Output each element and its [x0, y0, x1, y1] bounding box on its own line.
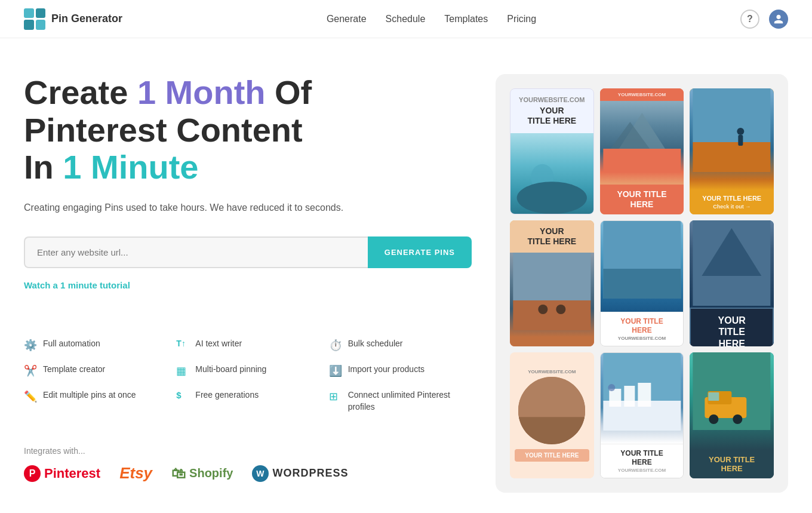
svg-rect-32 — [709, 392, 719, 401]
pinterest-logo: P Pinterest — [24, 465, 100, 482]
feature-connect-profiles: ⊞ Connect unlimited Pinterest profiles — [329, 389, 472, 413]
feature-free-gen: $ Free generations — [176, 389, 319, 413]
pin-card-5: YOUR TITLEHERE YOURWEBSITE.COM — [600, 220, 684, 346]
svg-rect-20 — [518, 417, 585, 444]
integrations-label: Integrates with... — [24, 446, 472, 456]
pin8-url: YOURWEBSITE.COM — [605, 468, 679, 473]
logo-icon — [24, 8, 45, 30]
wordpress-logo: W WordPress — [252, 465, 348, 482]
connect-icon: ⊞ — [329, 390, 342, 403]
etsy-logo: Etsy — [119, 464, 152, 483]
pin1-title: YOURTITLE HERE — [516, 106, 588, 126]
svg-point-31 — [733, 414, 743, 424]
pin-card-9: YOUR TITLEHERE — [690, 352, 774, 478]
feature-label: Template creator — [43, 364, 105, 376]
hero-subtitle: Creating engaging Pins used to take hour… — [24, 201, 472, 215]
feature-edit-pins: ✏️ Edit multiple pins at once — [24, 389, 167, 413]
pin3-subtitle: Check it out → — [694, 204, 769, 210]
nav-templates[interactable]: Templates — [444, 14, 488, 24]
feature-label: Import your products — [348, 364, 425, 376]
wordpress-text: WordPress — [272, 467, 348, 480]
right-column: YOURWEBSITE.COM YOURTITLE HERE — [496, 74, 788, 493]
svg-point-26 — [608, 384, 615, 391]
hero-highlight-minute: 1 Minute — [63, 148, 198, 186]
feature-import: ⬇️ Import your products — [329, 364, 472, 377]
pin5-title: YOUR TITLEHERE — [605, 317, 679, 334]
feature-label: Multi-board pinning — [195, 364, 266, 376]
pinterest-text: Pinterest — [44, 466, 100, 481]
edit-icon: ✏️ — [24, 390, 37, 403]
hero-highlight-month: 1 Month — [137, 73, 266, 111]
pin-card-4: YOURTITLE HERE — [510, 220, 594, 346]
pin7-url: YOURWEBSITE.COM — [528, 369, 576, 374]
feature-full-automation: ⚙️ Full automation — [24, 338, 167, 352]
multiboard-icon: ▦ — [176, 364, 189, 377]
generate-button[interactable]: GENERATE PINS — [368, 236, 472, 268]
free-icon: $ — [176, 390, 189, 403]
pin6-title: YOURTITLEHERE — [697, 315, 767, 346]
nav-icons: ? — [740, 10, 788, 29]
pin-card-6: YOURTITLEHERE — [690, 220, 774, 346]
url-input[interactable] — [24, 236, 368, 268]
pin2-title: YOUR TITLEHERE — [605, 189, 679, 210]
nav-pricing[interactable]: Pricing — [507, 14, 536, 24]
scheduler-icon: ⏱️ — [329, 339, 342, 352]
feature-multiboard: ▦ Multi-board pinning — [176, 364, 319, 377]
integrations-section: Integrates with... P Pinterest Etsy 🛍 Sh… — [24, 446, 472, 483]
nav-generate[interactable]: Generate — [327, 14, 367, 24]
feature-label: Bulk scheduler — [348, 338, 403, 350]
pin2-url: YOURWEBSITE.COM — [605, 92, 679, 97]
shopify-logo: 🛍 Shopify — [171, 465, 233, 482]
feature-label: Edit multiple pins at once — [43, 389, 136, 401]
svg-point-30 — [709, 414, 719, 424]
feature-template-creator: ✂️ Template creator — [24, 364, 167, 377]
svg-rect-27 — [693, 352, 771, 430]
pin-card-1: YOURWEBSITE.COM YOURTITLE HERE — [510, 88, 594, 214]
shopify-icon: 🛍 — [171, 465, 186, 482]
user-avatar[interactable] — [769, 10, 788, 29]
pin-card-7: YOURWEBSITE.COM YOUR TITLE HERE — [510, 352, 594, 478]
svg-point-14 — [556, 305, 565, 314]
svg-point-3 — [517, 182, 587, 214]
svg-rect-10 — [739, 135, 743, 146]
feature-bulk-scheduler: ⏱️ Bulk scheduler — [329, 338, 472, 352]
features-grid: ⚙️ Full automation T↑ AI text writer ⏱️ … — [24, 338, 472, 413]
svg-rect-16 — [603, 269, 681, 299]
hero-title-part1: Create — [24, 73, 137, 111]
shopify-text: Shopify — [189, 466, 233, 480]
svg-point-13 — [538, 305, 548, 314]
hero-title: Create 1 Month OfPinterest ContentIn 1 M… — [24, 74, 472, 186]
svg-rect-25 — [638, 383, 651, 407]
feature-ai-text: T↑ AI text writer — [176, 338, 319, 352]
pin4-title: YOURTITLE HERE — [515, 226, 589, 247]
logo-text: Pin Generator — [51, 13, 122, 25]
etsy-text: Etsy — [119, 464, 152, 482]
integration-logos: P Pinterest Etsy 🛍 Shopify W WordPress — [24, 464, 472, 483]
help-icon[interactable]: ? — [740, 10, 759, 29]
wordpress-icon: W — [252, 465, 269, 482]
nav-schedule[interactable]: Schedule — [386, 14, 426, 24]
pin9-title: YOUR TITLEHERE — [694, 455, 769, 474]
logo-link[interactable]: Pin Generator — [24, 8, 122, 30]
pin8-title: YOUR TITLEHERE — [605, 449, 679, 466]
feature-label: Free generations — [195, 389, 259, 401]
ai-icon: T↑ — [176, 339, 189, 352]
svg-rect-6 — [603, 149, 681, 173]
main-content: Create 1 Month OfPinterest ContentIn 1 M… — [0, 38, 812, 513]
pin-card-3: YOUR TITLE HERE Check it out → — [690, 88, 774, 214]
left-column: Create 1 Month OfPinterest ContentIn 1 M… — [24, 74, 472, 483]
pin3-title: YOUR TITLE HERE — [694, 195, 769, 202]
import-icon: ⬇️ — [329, 364, 342, 377]
svg-rect-12 — [513, 300, 590, 330]
feature-label: Connect unlimited Pinterest profiles — [348, 389, 472, 413]
svg-rect-23 — [609, 389, 621, 407]
pin-grid-wrapper: YOURWEBSITE.COM YOURTITLE HERE — [496, 74, 788, 493]
feature-label: Full automation — [43, 338, 100, 350]
tutorial-link[interactable]: Watch a 1 minute tutorial — [24, 280, 130, 290]
pin7-title: YOUR TITLE HERE — [518, 452, 586, 459]
nav-links: Generate Schedule Templates Pricing — [327, 14, 536, 24]
pin-card-2: YOURWEBSITE.COM YOUR TITLEHERE — [600, 88, 684, 214]
svg-rect-24 — [624, 386, 635, 407]
svg-rect-7 — [693, 88, 771, 142]
pin1-url: YOURWEBSITE.COM — [516, 96, 588, 103]
